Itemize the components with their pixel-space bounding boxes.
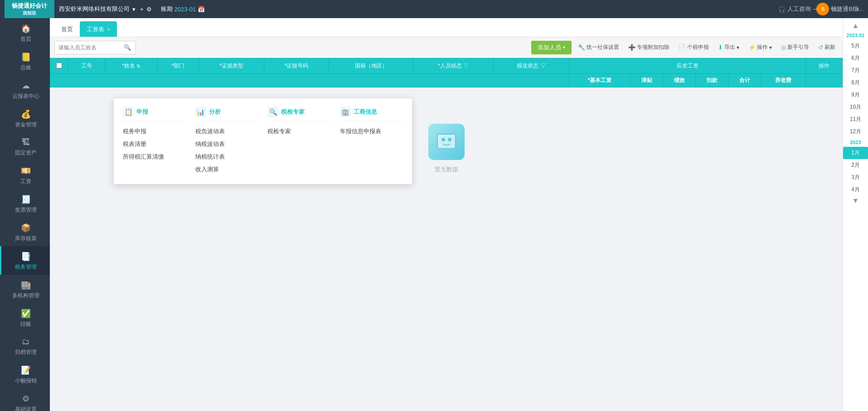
sidebar-item-fund[interactable]: 💰 资金管理 [0, 104, 50, 132]
tax-declaration-btn[interactable]: 📄 个税申报 [676, 44, 712, 51]
section-title-tax-expert: 🔍 税检专家 [267, 106, 331, 121]
menu-item-tax-fluctuation[interactable]: 纳税波动表 [195, 138, 259, 150]
section-title-analysis: 📊 分析 [195, 106, 259, 121]
sidebar-label-home: 首页 [20, 35, 31, 43]
report-filter-icon[interactable]: ▽ [540, 63, 546, 69]
col-report-status[interactable]: 报送状态 ▽ [494, 58, 569, 74]
cal-month-11[interactable]: 11月 [843, 113, 868, 126]
menu-item-tax-declaration[interactable]: 税务申报 [123, 125, 186, 138]
fixed-assets-icon: 🏗 [22, 138, 30, 147]
sort-icon[interactable]: ⇅ [136, 63, 140, 68]
special-deduction-icon: ➕ [628, 44, 635, 51]
sidebar-item-xiaochang[interactable]: 📝 小畅报销 [0, 360, 50, 388]
col-region: 国籍（地区） [329, 58, 413, 74]
cal-month-3[interactable]: 3月 [843, 171, 868, 184]
calendar-header: 2023.01 [847, 31, 865, 40]
toolbar: 🔍 添加人员 ▾ 🔧 统一社保设置 ➕ 专项附加扣除 📄 个税申报 ⬇ 导出 [50, 37, 843, 58]
search-input[interactable] [58, 44, 122, 51]
col-id: 工号 [68, 58, 105, 74]
settings-icon[interactable]: ⚙ [146, 6, 152, 13]
add-icon[interactable]: + [140, 6, 144, 13]
col-name[interactable]: *姓名 ⇅ [105, 58, 157, 74]
cal-month-6[interactable]: 6月 [843, 52, 868, 64]
cal-month-12[interactable]: 12月 [843, 126, 868, 138]
sidebar-label-xiaochang: 小畅报销 [15, 377, 37, 385]
sub-col-deduction: 扣款 [696, 74, 728, 87]
close-button[interactable]: × [847, 0, 868, 18]
maximize-button[interactable]: □ [826, 0, 847, 18]
menu-item-tax-form-list[interactable]: 税表清册 [123, 138, 186, 150]
dropdown-section-analysis: 📊 分析 税负波动表 纳税波动表 纳税统计表 收入测算 [191, 103, 263, 179]
sidebar-item-multi-org[interactable]: 🏬 多机构管理 [0, 275, 50, 303]
dropdown-menu: 📋 申报 税务申报 税表清册 所得税汇算清缴 📊 分析 税负波动表 纳税波动表 … [113, 98, 412, 184]
multi-org-icon: 🏬 [21, 280, 31, 290]
analysis-icon: 📊 [195, 106, 206, 117]
refresh-btn[interactable]: ↺ 刷新 [815, 44, 838, 51]
svg-point-1 [441, 138, 445, 141]
menu-item-income-tax-settlement[interactable]: 所得税汇算清缴 [123, 150, 186, 163]
col-name-label: *姓名 [122, 63, 135, 69]
calendar-icon[interactable]: 📅 [198, 6, 205, 13]
menu-item-income-estimate[interactable]: 收入测算 [195, 163, 259, 176]
sidebar-item-ledger[interactable]: 📒 总账 [0, 47, 50, 75]
social-security-btn[interactable]: 🔧 统一社保设置 [575, 44, 622, 51]
cal-month-10[interactable]: 10月 [843, 101, 868, 113]
cal-month-1[interactable]: 1月 [843, 147, 868, 159]
cal-month-9[interactable]: 9月 [843, 89, 868, 101]
cal-month-7[interactable]: 7月 [843, 64, 868, 77]
sidebar-item-archive[interactable]: 🗂 归档管理 [0, 332, 50, 360]
ledger-icon: 📒 [21, 52, 31, 62]
sub-col-total: 合计 [728, 74, 761, 87]
operation-btn[interactable]: ⚡ 操作 ▾ [746, 44, 775, 51]
period-selector[interactable]: 账期 2023-01 📅 [161, 5, 205, 13]
sidebar-item-basic-settings[interactable]: ⚙ 基础设置 [0, 388, 50, 411]
menu-item-annual-report[interactable]: 年报信息申报表 [340, 125, 403, 138]
cal-month-2[interactable]: 2月 [843, 159, 868, 171]
headset-icon: 🎧 [778, 6, 786, 13]
sidebar-label-close: 结账 [20, 320, 31, 328]
sidebar-item-tax[interactable]: 📑 税务管理 [0, 246, 50, 275]
select-all-checkbox[interactable] [50, 58, 68, 74]
export-btn[interactable]: ⬇ 导出 ▾ [715, 44, 742, 51]
home-icon: 🏠 [21, 24, 31, 34]
sidebar-label-inventory: 库存核算 [15, 235, 37, 242]
sidebar-item-home[interactable]: 🏠 首页 [0, 18, 50, 47]
menu-item-tax-statistics[interactable]: 纳税统计表 [195, 150, 259, 163]
company-selector[interactable]: 西安虾米网络科技有限公司 ▾ + ⚙ [59, 5, 152, 13]
section-label-business-info: 工商信息 [354, 108, 377, 116]
col-status[interactable]: *人员状态 ▽ [413, 58, 494, 74]
sidebar-item-inventory[interactable]: 📦 库存核算 [0, 218, 50, 246]
new-guide-btn[interactable]: ◎ 新手引导 [778, 44, 812, 51]
tab-close-icon[interactable]: × [107, 26, 110, 33]
salary-icon: 💴 [21, 166, 31, 176]
filter-icon[interactable]: ▽ [463, 63, 469, 69]
sidebar-item-invoice[interactable]: 🧾 发票管理 [0, 189, 50, 218]
tab-home[interactable]: 首页 [54, 21, 80, 37]
sidebar-label-invoice: 发票管理 [15, 206, 37, 214]
salary-table: 工号 *姓名 ⇅ *部门 *证据类型 *证据号码 国籍（地区） *人员状态 ▽ [50, 58, 843, 87]
sub-col-allowance: 津贴 [630, 74, 663, 87]
special-deduction-btn[interactable]: ➕ 专项附加扣除 [626, 44, 672, 51]
cal-month-4[interactable]: 4月 [843, 184, 868, 196]
sidebar-item-close-account[interactable]: ✅ 结账 [0, 303, 50, 332]
col-wage-group: 应发工资 [569, 58, 806, 74]
checkbox-all[interactable] [56, 63, 62, 68]
sidebar-item-salary[interactable]: 💴 工资 [0, 160, 50, 189]
sidebar-label-basic-settings: 基础设置 [15, 406, 37, 411]
export-chevron-icon: ▾ [737, 44, 739, 51]
inventory-icon: 📦 [21, 223, 31, 233]
cal-month-5[interactable]: 5月 [843, 40, 868, 52]
cal-month-8[interactable]: 8月 [843, 77, 868, 89]
calendar-up-btn[interactable]: ▲ [852, 21, 859, 31]
sidebar-item-fixed-assets[interactable]: 🏗 固定资产 [0, 132, 50, 160]
chevron-down-icon[interactable]: ▾ [132, 6, 136, 13]
menu-item-tax-expert[interactable]: 税检专家 [267, 125, 331, 138]
menu-item-tax-burden[interactable]: 税负波动表 [195, 125, 259, 138]
minimize-button[interactable]: ─ [805, 0, 826, 18]
sidebar-item-cloud-report[interactable]: ☁ 云报表中心 [0, 75, 50, 104]
tab-salary[interactable]: 工资表 × [80, 21, 117, 37]
calendar-down-btn[interactable]: ▼ [852, 196, 859, 206]
add-employee-button[interactable]: 添加人员 ▾ [531, 41, 572, 54]
search-box[interactable]: 🔍 [54, 41, 136, 54]
right-panel: ▲ 2023.01 5月 6月 7月 8月 9月 10月 11月 12月 202… [843, 18, 868, 411]
